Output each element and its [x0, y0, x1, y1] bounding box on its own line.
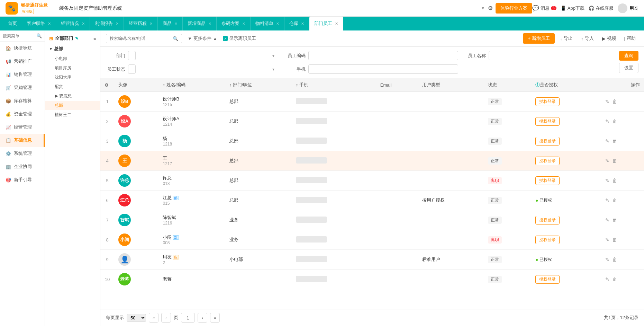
edit-icon[interactable]: ✎: [605, 158, 609, 164]
tree-item-xiao-dian[interactable]: 小电部: [45, 54, 100, 63]
message-btn[interactable]: 💬 消息 5: [532, 5, 556, 11]
status-select[interactable]: [128, 64, 136, 74]
tab-bom[interactable]: 物料清单 ✕: [251, 17, 284, 30]
tree-item-shuanglu[interactable]: ▶ 双鹿想: [45, 91, 100, 101]
import-btn[interactable]: ↑ 导入: [578, 34, 597, 43]
auth-login-button[interactable]: 授权登录: [535, 157, 560, 165]
tab-journey[interactable]: 经营历程 ✕: [124, 17, 158, 30]
tab-employees[interactable]: 部门员工 ✕: [309, 17, 343, 30]
page-input[interactable]: [181, 313, 195, 323]
query-button[interactable]: 查询: [619, 51, 638, 61]
last-page-btn[interactable]: »: [210, 313, 220, 323]
sidebar-item-system[interactable]: ⚙️ 系统管理: [0, 147, 45, 160]
search-input[interactable]: [110, 36, 171, 41]
sidebar-item-basic[interactable]: 📋 基础信息: [0, 134, 45, 147]
reset-button[interactable]: 设置: [619, 63, 638, 73]
sidebar-item-sales[interactable]: 📊 销售管理: [0, 68, 45, 81]
delete-icon[interactable]: 🗑: [612, 257, 617, 262]
delete-icon[interactable]: 🗑: [612, 276, 617, 282]
tab-operation-close[interactable]: ✕: [82, 21, 85, 26]
collapse-icon[interactable]: «: [93, 36, 96, 41]
sidebar-item-marketing[interactable]: 📢 营销推广: [0, 55, 45, 68]
help-btn[interactable]: | 帮助: [622, 34, 638, 43]
delete-icon[interactable]: 🗑: [612, 197, 617, 203]
delete-icon[interactable]: 🗑: [612, 158, 617, 164]
online-service-btn[interactable]: 🎧 在线客服: [589, 5, 614, 11]
delete-icon[interactable]: 🗑: [612, 99, 617, 104]
tree-item-project-room[interactable]: 项目库房: [45, 63, 100, 73]
edit-icon[interactable]: ✎: [605, 276, 609, 282]
tab-new-goods[interactable]: 新增商品 ✕: [183, 17, 217, 30]
auth-login-button[interactable]: 授权登录: [535, 216, 560, 224]
tab-warehouse-close[interactable]: ✕: [301, 21, 304, 26]
delete-icon[interactable]: 🗑: [612, 217, 617, 223]
tab-new-goods-close[interactable]: ✕: [208, 21, 211, 26]
export-btn[interactable]: ↓ 导出: [557, 34, 576, 43]
auth-login-button[interactable]: 授权登录: [535, 117, 560, 126]
sidebar-item-enterprise[interactable]: 🏢 企业协同: [0, 160, 45, 173]
sidebar-item-guide[interactable]: 🎯 新手引导: [0, 173, 45, 186]
col-name[interactable]: ↕ 姓名/编码: [158, 78, 225, 92]
auth-login-button[interactable]: 授权登录: [535, 236, 560, 244]
delete-icon[interactable]: 🗑: [612, 138, 617, 144]
tree-item-distribution[interactable]: 配货: [45, 82, 100, 91]
tab-home[interactable]: 首页: [3, 17, 22, 30]
edit-icon[interactable]: ✎: [605, 197, 609, 203]
sidebar-item-purchase[interactable]: 🛒 采购管理: [0, 81, 45, 94]
more-filter-btn[interactable]: ▼ 更多条件 ▲: [185, 34, 220, 43]
view-btn[interactable]: ▶ 视频: [599, 34, 619, 43]
app-download-btn[interactable]: 📱 App下载: [561, 5, 584, 11]
emp-code-input[interactable]: [308, 51, 458, 60]
edit-icon[interactable]: ✎: [605, 118, 609, 124]
edit-icon[interactable]: ✎: [605, 138, 609, 144]
edit-icon[interactable]: ✎: [605, 257, 609, 262]
dropdown-arrow-icon[interactable]: ▼: [481, 6, 485, 11]
trial-button[interactable]: 体验行业方案: [496, 3, 532, 14]
show-inactive-wrap[interactable]: ✓ 显示离职员工: [223, 35, 256, 42]
tree-item-headquarter[interactable]: 总部: [45, 101, 100, 110]
tab-profit-close[interactable]: ✕: [116, 21, 119, 26]
delete-icon[interactable]: 🗑: [612, 118, 617, 124]
dept-select[interactable]: [128, 51, 136, 60]
edit-icon[interactable]: ✎: [605, 217, 609, 223]
prev-page-btn[interactable]: ‹: [161, 313, 171, 323]
tree-item-wang[interactable]: 植树王二: [45, 110, 100, 120]
sidebar-item-inventory[interactable]: 📦 库存核算: [0, 94, 45, 107]
tab-customer-close[interactable]: ✕: [48, 21, 51, 26]
first-page-btn[interactable]: «: [149, 313, 158, 323]
next-page-btn[interactable]: ›: [198, 313, 207, 323]
col-dept[interactable]: ↕ 部门/职位: [225, 78, 292, 92]
tab-barcode-close[interactable]: ✕: [242, 21, 245, 26]
auth-login-button[interactable]: 授权登录: [535, 275, 560, 284]
edit-icon[interactable]: ✎: [605, 99, 609, 104]
tab-employees-close[interactable]: ✕: [335, 21, 338, 26]
tab-goods-close[interactable]: ✕: [174, 21, 178, 26]
gear-icon[interactable]: ⚙: [488, 5, 493, 11]
sidebar-item-operation[interactable]: 📈 经营管理: [0, 121, 45, 134]
emp-name-input[interactable]: [489, 51, 638, 60]
delete-icon[interactable]: 🗑: [612, 178, 617, 183]
sidebar-item-finance[interactable]: 💰 资金管理: [0, 107, 45, 121]
col-settings[interactable]: ⚙: [100, 78, 114, 92]
show-inactive-checkbox[interactable]: ✓: [223, 36, 228, 41]
edit-icon[interactable]: ✎: [605, 178, 609, 183]
sidebar-search-input[interactable]: [3, 34, 35, 38]
tab-customer[interactable]: 客户联络 ✕: [22, 17, 56, 30]
tree-item-shenyang[interactable]: 沈阳大库: [45, 73, 100, 82]
tab-journey-close[interactable]: ✕: [149, 21, 153, 26]
auth-login-button[interactable]: 授权登录: [535, 176, 560, 185]
tab-barcode[interactable]: 条码方案 ✕: [217, 17, 251, 30]
tab-operation[interactable]: 经营情况 ✕: [56, 17, 90, 30]
tab-profit[interactable]: 利润报告 ✕: [90, 17, 124, 30]
page-size-select[interactable]: 50 100: [127, 314, 146, 322]
edit-icon[interactable]: ✎: [75, 36, 79, 41]
sidebar-item-quick[interactable]: 🏠 快捷导航: [0, 42, 45, 55]
edit-icon[interactable]: ✎: [605, 237, 609, 243]
user-menu[interactable]: 用友: [618, 3, 638, 13]
auth-login-button[interactable]: 授权登录: [535, 97, 560, 106]
add-employee-button[interactable]: + 新增员工: [523, 33, 554, 44]
delete-icon[interactable]: 🗑: [612, 237, 617, 243]
tab-bom-close[interactable]: ✕: [276, 21, 279, 26]
phone-input[interactable]: [308, 64, 458, 74]
tab-goods[interactable]: 商品 ✕: [158, 17, 183, 30]
